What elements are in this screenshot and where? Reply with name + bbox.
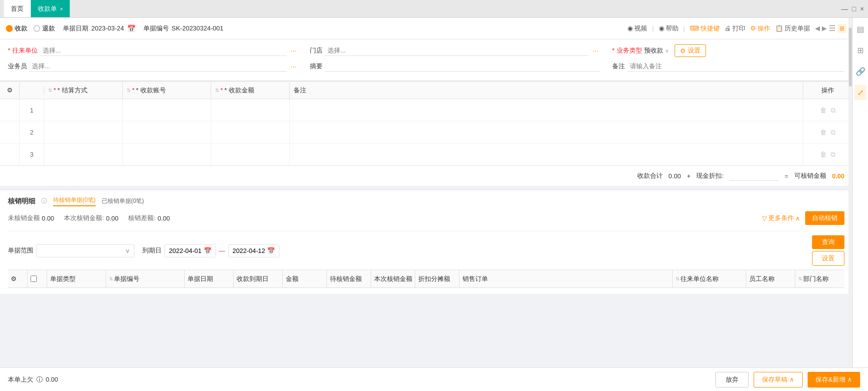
required-account: *	[132, 86, 135, 94]
td-method-2[interactable]	[44, 121, 123, 143]
delete-icon-2[interactable]: 🗑	[820, 128, 827, 136]
business-type-select[interactable]: 预收款 ∨	[644, 46, 669, 55]
shortcut-btn[interactable]: ⌨ 快捷键	[690, 24, 720, 33]
bth-no: ⇅ 单据编号	[106, 270, 185, 287]
store-more-icon[interactable]: ···	[591, 47, 600, 55]
date-from-picker[interactable]: 2022-04-01 📅	[164, 244, 216, 257]
draft-chevron: ∧	[789, 376, 794, 383]
verify-setting-btn[interactable]: 设置	[812, 251, 844, 266]
maximize-btn[interactable]: □	[852, 5, 856, 13]
copy-icon-1[interactable]: ⧉	[831, 106, 836, 114]
uncanceled-label: 未核销金额	[8, 214, 40, 223]
tab-pending[interactable]: 待核销单据(0笔)	[53, 196, 96, 206]
order-label: 本单上欠	[8, 375, 33, 384]
close-btn[interactable]: ×	[860, 5, 864, 13]
td-remark-3[interactable]	[290, 143, 803, 165]
uncanceled-stat: 未核销金额 0.00	[8, 214, 54, 223]
minimize-btn[interactable]: —	[841, 5, 848, 13]
verify-info-icon[interactable]: ⓘ	[41, 197, 47, 205]
sidebar-icon-3[interactable]: 🔗	[853, 64, 868, 79]
business-type-arrow[interactable]: ∨	[665, 48, 669, 54]
td-method-3[interactable]	[44, 143, 123, 165]
bth-amount: 金额	[283, 270, 327, 287]
tab-receipt-close[interactable]: ×	[60, 6, 63, 12]
date-to-picker[interactable]: 2022-04-12 📅	[228, 244, 280, 257]
refund-radio[interactable]: 退款	[33, 24, 55, 33]
abandon-btn[interactable]: 放弃	[715, 372, 749, 388]
summary-row: 收款合计 0.00 + 现金折扣: = 可核销金额 0.00	[0, 166, 852, 186]
counterpart-more-icon[interactable]: ···	[289, 47, 298, 55]
staff-field: 业务员 ···	[8, 61, 298, 72]
auto-cancel-btn[interactable]: 自动核销	[805, 211, 844, 225]
td-amount-2[interactable]	[211, 121, 290, 143]
td-account-3[interactable]	[123, 143, 211, 165]
required-method: *	[54, 86, 56, 94]
td-amount-1[interactable]	[211, 99, 290, 121]
operation-btn[interactable]: ⚙ 操作	[750, 24, 770, 33]
calendar-icon[interactable]: 📅	[127, 25, 136, 32]
video-btn[interactable]: ◉ 视频	[627, 24, 647, 33]
receive-radio[interactable]: 收款	[6, 24, 27, 33]
save-new-btn[interactable]: 保存&新增 ∧	[808, 372, 860, 388]
td-settings-1	[0, 99, 20, 121]
sidebar-icon-2[interactable]: ⊞	[854, 43, 867, 58]
doc-no-value: SK-20230324-001	[172, 25, 224, 32]
th-settings[interactable]: ⚙	[0, 83, 20, 98]
remark-field: 备注	[612, 61, 844, 72]
staff-more-icon[interactable]: ···	[289, 62, 298, 70]
range-select[interactable]: ∨	[36, 244, 135, 257]
video-label: 视频	[634, 24, 647, 33]
store-input[interactable]	[325, 45, 589, 56]
list-view-icon[interactable]: ☰	[829, 24, 836, 33]
select-all-checkbox[interactable]	[30, 276, 37, 282]
discount-input[interactable]	[730, 171, 779, 181]
td-method-1[interactable]	[44, 99, 123, 121]
sort-icon-account: ⇅	[127, 87, 131, 93]
col-dept: 部门名称	[803, 275, 829, 283]
bth-checkbox[interactable]	[27, 270, 47, 287]
tab-receipt[interactable]: 收款单 ×	[31, 0, 70, 17]
sidebar-icon-1[interactable]: ▤	[854, 22, 867, 37]
help-btn[interactable]: ◉ 帮助	[659, 24, 678, 33]
query-btn[interactable]: 查询	[812, 235, 844, 249]
col-payment-method: * 结算方式	[57, 86, 87, 95]
verify-stats: 未核销金额 0.00 本次核销金额: 0.00 核销差额: 0.00 ▽ 更多条…	[8, 211, 844, 225]
td-account-2[interactable]	[123, 121, 211, 143]
footer-info-icon[interactable]: ⓘ	[36, 375, 43, 384]
setting-button[interactable]: ⚙ 设置	[675, 44, 706, 57]
td-amount-3[interactable]	[211, 143, 290, 165]
staff-input[interactable]	[29, 61, 287, 72]
copy-icon-2[interactable]: ⧉	[831, 128, 836, 137]
copy-icon-3[interactable]: ⧉	[831, 150, 836, 159]
verify-section: 核销明细 ⓘ 待核销单据(0笔) 已核销单据(0笔) 未核销金额 0.00 本次…	[0, 190, 852, 294]
remark-input[interactable]	[627, 61, 844, 72]
td-remark-1[interactable]	[290, 99, 803, 121]
delete-icon-3[interactable]: 🗑	[820, 150, 827, 158]
grid-view-icon[interactable]: ⊞	[838, 24, 846, 33]
next-icon[interactable]: ▶	[822, 25, 827, 32]
bth-settings[interactable]: ⚙	[8, 270, 27, 287]
draft-btn[interactable]: 保存草稿 ∧	[754, 372, 803, 388]
td-num-3: 3	[20, 143, 44, 165]
prev-icon[interactable]: ◀	[815, 25, 820, 32]
td-account-1[interactable]	[123, 99, 211, 121]
delete-icon-1[interactable]: 🗑	[820, 106, 827, 114]
gear-icon: ⚙	[680, 47, 686, 55]
td-remark-2[interactable]	[290, 121, 803, 143]
sidebar-icon-4[interactable]: ⤢	[854, 85, 867, 100]
summary-input[interactable]	[325, 61, 600, 72]
counterpart-input[interactable]	[40, 45, 287, 56]
more-conditions-link[interactable]: ▽ 更多条件 ∧	[762, 214, 800, 223]
history-btn[interactable]: 📋 历史单据	[775, 24, 810, 33]
total-label: 收款合计	[637, 171, 663, 180]
col-staff: 员工名称	[749, 275, 775, 283]
tab-home[interactable]: 首页	[4, 0, 31, 17]
col-amount: 金额	[286, 275, 298, 283]
toolbar: 收款 退款 单据日期 2023-03-24 📅 单据编号 SK-20230324…	[0, 18, 852, 39]
scroll-thumb[interactable]	[849, 28, 852, 86]
print-btn[interactable]: 🖨 打印	[725, 24, 745, 33]
col-sales: 销售订单	[462, 275, 488, 283]
tab-done[interactable]: 已核销单据(0笔)	[102, 197, 144, 205]
bottom-table: ⚙ 单据类型 ⇅ 单据编号 单据日期 收款到期日	[8, 270, 844, 288]
calendar-icon-to: 📅	[267, 247, 275, 254]
